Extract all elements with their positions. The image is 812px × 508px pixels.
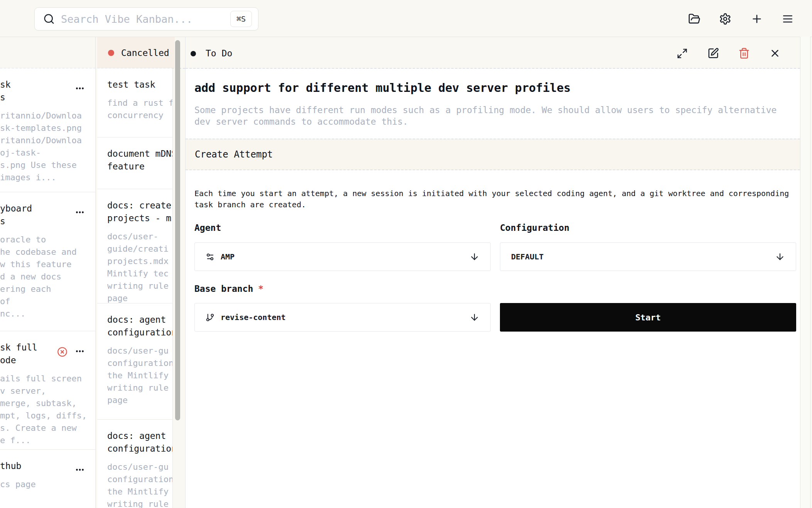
task-card-title: docs: agentconfiguration: [107, 313, 172, 339]
agent-select[interactable]: AMP: [194, 242, 491, 271]
search-shortcut-badge: ⌘S: [230, 11, 252, 27]
column-header-cancelled: Cancelled: [97, 37, 175, 68]
more-menu-icon[interactable]: [74, 83, 85, 94]
arrow-down-icon: [469, 252, 479, 262]
base-branch-label: Base branch *: [194, 284, 263, 294]
expand-icon: [677, 48, 688, 59]
task-card[interactable]: sk fullode ails full screenv server,merg…: [0, 331, 96, 450]
search-box[interactable]: ⌘S: [34, 7, 258, 30]
task-card-title: docs: createprojects - m: [107, 199, 172, 225]
main-menu-button[interactable]: [780, 11, 795, 27]
task-card[interactable]: yboards oracle tohe codebase andw this f…: [0, 192, 96, 331]
task-card-description: docs/user-guconfigurationthe Mintlifywri…: [107, 461, 172, 508]
create-attempt-info: Each time you start an attempt, a new se…: [194, 188, 789, 210]
create-attempt-heading: Create Attempt: [195, 149, 273, 160]
settings-button[interactable]: [717, 11, 733, 27]
search-input[interactable]: [60, 13, 230, 25]
required-asterisk: *: [258, 284, 263, 294]
app-window: ⌘S Cancelled sks ritannio/Downloask-temp…: [0, 0, 812, 508]
base-branch-select[interactable]: revise-content: [194, 303, 491, 332]
configuration-select[interactable]: DEFAULT: [500, 242, 796, 271]
close-panel-button[interactable]: [768, 47, 782, 60]
start-button[interactable]: Start: [500, 303, 796, 332]
more-menu-icon[interactable]: [74, 207, 85, 218]
agent-value: AMP: [221, 252, 235, 261]
search-icon: [43, 13, 55, 25]
task-card-description: oracle tohe codebase andw this featured …: [0, 234, 95, 320]
expand-button[interactable]: [675, 47, 689, 60]
task-card[interactable]: docs: agentconfiguration docs/user-gucon…: [97, 420, 173, 508]
edit-pencil-icon: [707, 47, 719, 59]
create-task-button[interactable]: [749, 11, 765, 27]
arrow-down-icon: [775, 252, 785, 262]
task-card-description: ails full screenv server,merge, subtask,…: [0, 373, 95, 447]
trash-icon: [738, 47, 750, 59]
more-menu-icon[interactable]: [74, 464, 85, 475]
task-card[interactable]: test task find a rust ficoncurrency: [97, 68, 173, 137]
task-card[interactable]: sks ritannio/Downloask-templates.pngrita…: [0, 68, 96, 192]
task-detail-panel: [186, 69, 800, 508]
git-branch-icon: [206, 313, 214, 322]
close-icon: [769, 47, 781, 59]
task-status-label: To Do: [206, 48, 232, 58]
column-title: Cancelled: [121, 48, 169, 58]
configuration-value: DEFAULT: [511, 252, 544, 261]
task-card-description: docs/user-guide/creatiprojects.mdxMintli…: [107, 230, 172, 303]
task-card[interactable]: docs: agentconfiguration docs/user-gucon…: [97, 303, 173, 420]
agent-label: Agent: [194, 223, 221, 233]
cancelled-status-dot: [108, 50, 114, 56]
task-card-title: docs: agentconfiguration: [107, 430, 172, 455]
start-button-label: Start: [635, 313, 661, 322]
column-scrollbar-thumb[interactable]: [175, 40, 180, 420]
gear-icon: [719, 13, 731, 25]
task-description: Some projects have different run modes s…: [194, 104, 777, 127]
task-card-description: cs page: [0, 478, 95, 491]
folder-open-icon: [688, 13, 701, 25]
configuration-label: Configuration: [500, 223, 569, 233]
task-card[interactable]: docs: createprojects - m docs/user-guide…: [97, 189, 173, 303]
hamburger-menu-icon: [782, 13, 794, 25]
task-card-description: find a rust ficoncurrency: [107, 97, 172, 122]
edit-task-button[interactable]: [707, 47, 720, 60]
more-menu-icon[interactable]: [74, 346, 85, 357]
create-attempt-section-header: Create Attempt: [186, 139, 800, 170]
task-card[interactable]: thub cs page: [0, 450, 96, 508]
column-divider: [95, 37, 96, 508]
delete-task-button[interactable]: [738, 47, 751, 60]
task-card[interactable]: document mDNSfeature: [97, 137, 173, 189]
task-card-description: docs/user-guconfigurationthe Mintlifywri…: [107, 345, 172, 406]
task-card-title: document mDNSfeature: [107, 147, 172, 173]
arrow-down-icon: [469, 312, 479, 322]
task-card-description: ritannio/Downloask-templates.pngritannio…: [0, 110, 95, 184]
task-card-title: test task: [107, 78, 172, 91]
open-project-folder-button[interactable]: [687, 11, 702, 27]
panel-scrollbar-track[interactable]: [800, 37, 810, 508]
task-title: add support for different multiple dev s…: [194, 81, 571, 95]
base-branch-value: revise-content: [221, 313, 286, 322]
plus-icon: [751, 13, 763, 25]
sliders-icon: [206, 252, 214, 261]
todo-status-dot: [191, 51, 196, 56]
cancelled-circle-x-icon: [57, 346, 68, 357]
